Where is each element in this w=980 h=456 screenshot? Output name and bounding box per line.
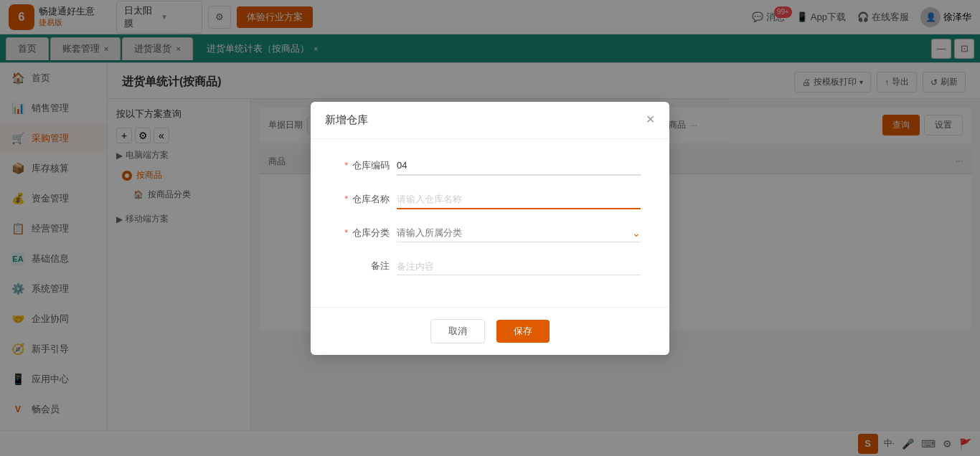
add-warehouse-modal: 新增仓库 ✕ * 仓库编码 * 仓库名称 <box>311 102 669 355</box>
save-button[interactable]: 保存 <box>496 320 550 343</box>
category-row: * 仓库分类 ⌄ <box>339 224 641 242</box>
required-star3: * <box>344 227 348 238</box>
modal-close-button[interactable]: ✕ <box>646 114 655 125</box>
name-input[interactable] <box>397 190 641 209</box>
required-star: * <box>344 160 348 171</box>
code-input[interactable] <box>397 156 641 176</box>
modal-footer: 取消 保存 <box>311 307 669 355</box>
modal-body: * 仓库编码 * 仓库名称 * 仓库分类 <box>311 139 669 307</box>
name-row: * 仓库名称 <box>339 190 641 209</box>
category-select-wrapper: ⌄ <box>397 224 641 242</box>
required-star2: * <box>344 194 348 204</box>
note-row: 备注 <box>339 257 641 275</box>
code-row: * 仓库编码 <box>339 156 641 176</box>
code-label: * 仓库编码 <box>339 159 397 172</box>
modal-overlay: 新增仓库 ✕ * 仓库编码 * 仓库名称 <box>0 0 980 456</box>
note-textarea[interactable] <box>397 257 641 275</box>
category-input[interactable] <box>397 224 641 242</box>
note-label: 备注 <box>339 260 397 272</box>
name-label: * 仓库名称 <box>339 193 397 206</box>
cancel-button[interactable]: 取消 <box>430 319 485 343</box>
modal-title: 新增仓库 <box>325 113 368 127</box>
modal-header: 新增仓库 ✕ <box>311 102 669 139</box>
category-label: * 仓库分类 <box>339 227 397 239</box>
